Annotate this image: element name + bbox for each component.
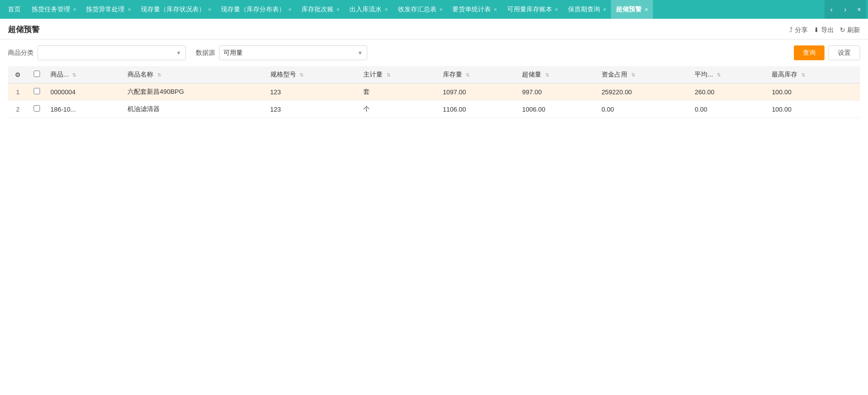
close-tab-10[interactable]: × xyxy=(645,6,648,12)
table-body: 1 0000004 六配套新昌490BPG 123 套 1097.00 997.… xyxy=(8,83,860,118)
row-checkbox-1[interactable] xyxy=(34,105,40,112)
col-avg[interactable]: 平均... ⇅ xyxy=(690,66,767,83)
row-checkbox-cell-0[interactable] xyxy=(28,83,45,101)
row-capital-0: 259220.00 xyxy=(597,83,690,101)
sort-unit-icon: ⇅ xyxy=(387,72,391,78)
share-button[interactable]: ⤴ 分享 xyxy=(789,26,808,35)
gear-icon: ⚙ xyxy=(15,71,21,79)
col-capital[interactable]: 资金占用 ⇅ xyxy=(597,66,690,83)
nav-tab-9[interactable]: 保质期查询 × xyxy=(563,0,611,19)
datasource-value: 可用量 xyxy=(223,48,243,57)
header-actions: ⤴ 分享 ⬇ 导出 ↻ 刷新 xyxy=(789,26,860,35)
nav-tab-1[interactable]: 拣货异常处理 × xyxy=(81,0,135,19)
nav-tab-5[interactable]: 出入库流水 × xyxy=(345,0,392,19)
col-product-code-label: 商品... xyxy=(50,71,69,78)
nav-tab-4[interactable]: 库存批次账 × xyxy=(297,0,345,19)
close-tab-3[interactable]: × xyxy=(288,6,291,12)
row-unit-1: 个 xyxy=(358,101,438,118)
row-stock-1: 1106.00 xyxy=(438,101,518,118)
row-avg-0: 260.00 xyxy=(690,83,767,101)
export-button[interactable]: ⬇ 导出 xyxy=(814,26,834,35)
col-overstock[interactable]: 超储量 ⇅ xyxy=(517,66,597,83)
export-icon: ⬇ xyxy=(814,26,819,34)
category-filter: 商品分类 ▼ xyxy=(8,45,186,60)
datasource-select[interactable]: 可用量 ▼ xyxy=(219,45,367,60)
filter-row: 商品分类 ▼ 数据源 可用量 ▼ 查询 设置 xyxy=(0,40,868,66)
row-num-0: 1 xyxy=(8,83,28,101)
close-tab-5[interactable]: × xyxy=(385,6,388,12)
refresh-icon: ↻ xyxy=(840,26,845,34)
sort-product-code-icon: ⇅ xyxy=(72,72,76,78)
table-row: 2 186-10... 机油滤清器 123 个 1106.00 1006.00 … xyxy=(8,101,860,118)
nav-tab-6[interactable]: 收发存汇总表 × xyxy=(393,0,447,19)
settings-button[interactable]: 设置 xyxy=(828,45,860,60)
row-product-name-0: 六配套新昌490BPG xyxy=(123,83,265,101)
query-button[interactable]: 查询 xyxy=(794,45,825,60)
nav-tab-2[interactable]: 现存量（库存状况表） × xyxy=(136,0,216,19)
nav-prev-btn[interactable]: ‹ xyxy=(825,0,838,19)
sort-overstock-icon: ⇅ xyxy=(545,72,549,78)
sort-product-name-icon: ⇅ xyxy=(157,72,161,78)
nav-tab-0[interactable]: 拣货任务管理 × xyxy=(27,0,81,19)
row-spec-0: 123 xyxy=(265,83,359,101)
filter-actions: 查询 设置 xyxy=(794,45,860,60)
col-product-code[interactable]: 商品... ⇅ xyxy=(45,66,123,83)
close-tab-2[interactable]: × xyxy=(208,6,211,12)
close-tab-7[interactable]: × xyxy=(494,6,497,12)
table-header-row: ⚙ 商品... ⇅ 商品名称 ⇅ 规格型号 ⇅ 主计量 xyxy=(8,66,860,83)
row-product-name-1: 机油滤清器 xyxy=(123,101,265,118)
sort-spec-icon: ⇅ xyxy=(300,72,304,78)
col-spec[interactable]: 规格型号 ⇅ xyxy=(265,66,359,83)
category-select[interactable]: ▼ xyxy=(38,45,186,60)
close-tab-6[interactable]: × xyxy=(439,6,442,12)
col-overstock-label: 超储量 xyxy=(522,71,541,78)
row-stock-0: 1097.00 xyxy=(438,83,518,101)
row-checkbox-0[interactable] xyxy=(34,88,40,94)
col-capital-label: 资金占用 xyxy=(602,71,627,78)
datasource-filter: 数据源 可用量 ▼ xyxy=(196,45,367,60)
row-max-stock-0: 100.00 xyxy=(767,83,860,101)
col-product-name[interactable]: 商品名称 ⇅ xyxy=(123,66,265,83)
table-row: 1 0000004 六配套新昌490BPG 123 套 1097.00 997.… xyxy=(8,83,860,101)
nav-tab-3[interactable]: 现存量（库存分布表） × xyxy=(216,0,296,19)
datasource-dropdown-icon: ▼ xyxy=(357,50,363,56)
sort-capital-icon: ⇅ xyxy=(631,72,635,78)
nav-tab-7[interactable]: 要货单统计表 × xyxy=(447,0,502,19)
col-avg-label: 平均... xyxy=(694,71,713,78)
sort-max-stock-icon: ⇅ xyxy=(801,72,805,78)
top-nav: 首页 拣货任务管理 × 拣货异常处理 × 现存量（库存状况表） × 现存量（库存… xyxy=(0,0,868,19)
nav-close-btn[interactable]: × xyxy=(852,0,866,19)
col-checkbox-all[interactable] xyxy=(28,66,45,83)
nav-next-btn[interactable]: › xyxy=(838,0,852,19)
close-tab-4[interactable]: × xyxy=(337,6,340,12)
page-title: 超储预警 xyxy=(8,25,40,35)
data-table: ⚙ 商品... ⇅ 商品名称 ⇅ 规格型号 ⇅ 主计量 xyxy=(8,66,860,118)
col-stock[interactable]: 库存量 ⇅ xyxy=(438,66,518,83)
row-product-code-1: 186-10... xyxy=(45,101,123,118)
datasource-label: 数据源 xyxy=(196,48,215,57)
col-unit[interactable]: 主计量 ⇅ xyxy=(358,66,438,83)
row-num-1: 2 xyxy=(8,101,28,118)
sort-stock-icon: ⇅ xyxy=(466,72,470,78)
nav-arrows: ‹ › × xyxy=(825,0,866,19)
col-settings[interactable]: ⚙ xyxy=(8,66,28,83)
select-all-checkbox[interactable] xyxy=(34,71,40,77)
row-checkbox-cell-1[interactable] xyxy=(28,101,45,118)
close-tab-8[interactable]: × xyxy=(555,6,558,12)
close-tab-9[interactable]: × xyxy=(603,6,606,12)
category-dropdown-icon: ▼ xyxy=(176,50,181,56)
refresh-button[interactable]: ↻ 刷新 xyxy=(840,26,860,35)
close-tab-0[interactable]: × xyxy=(73,6,76,12)
category-label: 商品分类 xyxy=(8,48,34,57)
col-unit-label: 主计量 xyxy=(363,71,383,78)
row-avg-1: 0.00 xyxy=(690,101,767,118)
nav-home[interactable]: 首页 xyxy=(2,5,27,14)
share-icon: ⤴ xyxy=(789,26,793,34)
close-tab-1[interactable]: × xyxy=(128,6,130,12)
col-max-stock-label: 最高库存 xyxy=(772,71,797,78)
nav-tab-10[interactable]: 超储预警 × xyxy=(611,0,652,19)
nav-tab-8[interactable]: 可用量库存账本 × xyxy=(502,0,563,19)
row-spec-1: 123 xyxy=(265,101,359,118)
col-max-stock[interactable]: 最高库存 ⇅ xyxy=(767,66,860,83)
col-spec-label: 规格型号 xyxy=(270,71,296,78)
